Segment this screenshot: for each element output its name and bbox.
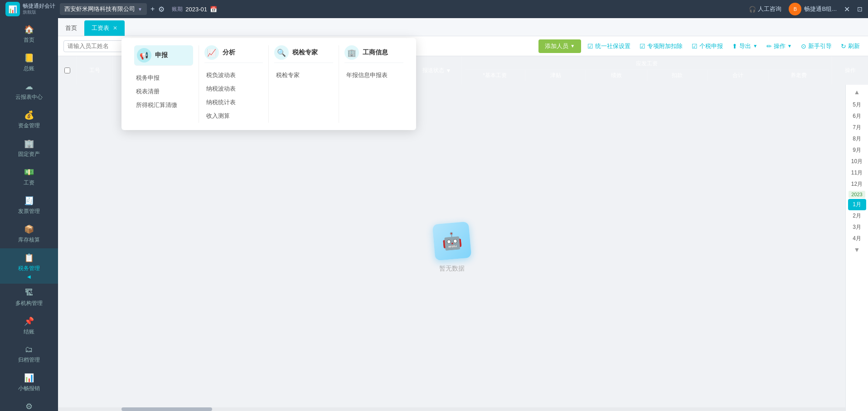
sidebar-item-xiaochang[interactable]: 📊 小畅报销 bbox=[0, 368, 58, 397]
sidebar-label-archive: 归档管理 bbox=[18, 356, 40, 364]
menu-item-tax-statistics[interactable]: 纳税统计表 bbox=[204, 96, 263, 109]
checkbox-all[interactable] bbox=[58, 56, 76, 85]
tab-close-button[interactable]: ✕ bbox=[113, 25, 117, 31]
calendar-month-11[interactable]: 11月 bbox=[848, 167, 866, 179]
company-settings-button[interactable]: ⚙ bbox=[158, 5, 165, 14]
salary-icon: 💵 bbox=[24, 167, 34, 177]
export-dropdown-arrow: ▼ bbox=[753, 44, 757, 48]
close-window-button[interactable]: ✕ bbox=[844, 5, 850, 14]
th-performance: 绩效 bbox=[586, 70, 647, 81]
special-deduct-button[interactable]: ☑ 专项附加扣除 bbox=[637, 40, 685, 52]
calendar-panel: ▲ 5月 6月 7月 8月 9月 10月 11月 12月 2023 1月 2月 … bbox=[845, 85, 868, 411]
sidebar-item-settings[interactable]: ⚙ 基础设置 bbox=[0, 397, 58, 411]
add-company-button[interactable]: + bbox=[150, 5, 155, 13]
company-selector[interactable]: 西安虾米网络科技有限公司 ▼ bbox=[60, 3, 147, 15]
menu-item-tax-expert[interactable]: 税检专家 bbox=[274, 68, 333, 82]
add-dropdown-arrow: ▼ bbox=[570, 44, 575, 48]
account-info[interactable]: B 畅捷通B组... bbox=[789, 3, 837, 15]
sidebar-item-archive[interactable]: 🗂 归档管理 bbox=[0, 340, 58, 368]
inventory-icon: 📦 bbox=[24, 224, 34, 234]
sidebar-item-home[interactable]: 🏠 首页 bbox=[0, 20, 58, 48]
service-button[interactable]: 🎧 人工咨询 bbox=[749, 5, 781, 13]
sidebar-item-ledger[interactable]: 📒 总账 bbox=[0, 48, 58, 77]
operation-dropdown-arrow: ▼ bbox=[787, 44, 792, 48]
sidebar-item-invoice[interactable]: 🧾 发票管理 bbox=[0, 191, 58, 220]
analysis-icon: 📈 bbox=[204, 45, 219, 60]
calendar-month-10[interactable]: 10月 bbox=[848, 156, 866, 167]
sidebar-item-fund[interactable]: 💰 资金管理 bbox=[0, 106, 58, 134]
calendar-up-button[interactable]: ▲ bbox=[852, 87, 862, 97]
calendar-month-9[interactable]: 9月 bbox=[848, 145, 866, 156]
select-all-checkbox[interactable] bbox=[64, 68, 70, 73]
sidebar-item-multi[interactable]: 🏗 多机构管理 bbox=[0, 284, 58, 312]
calendar-month-4[interactable]: 4月 bbox=[848, 233, 866, 244]
calendar-down-button[interactable]: ▼ bbox=[852, 244, 862, 255]
menu-item-income-settlement[interactable]: 所得税汇算清缴 bbox=[134, 98, 193, 112]
calendar-month-1[interactable]: 1月 bbox=[848, 199, 866, 210]
tax-return-icon: ☑ bbox=[692, 43, 698, 50]
sidebar-item-closing[interactable]: 📌 结账 bbox=[0, 312, 58, 340]
special-deduct-icon: ☑ bbox=[640, 43, 645, 50]
menu-item-income-estimate[interactable]: 收入测算 bbox=[204, 109, 263, 123]
tab-bar: 首页 工资表 ✕ bbox=[58, 18, 868, 36]
guide-button[interactable]: ⊙ 新手引导 bbox=[798, 40, 834, 52]
period-info: 账期 2023-01 📅 bbox=[172, 5, 217, 13]
export-label: 导出 bbox=[739, 42, 751, 50]
menu-item-tax-declaration[interactable]: 税务申报 bbox=[134, 71, 193, 85]
sidebar-label-tax: 税务管理 bbox=[18, 265, 40, 272]
calendar-month-3[interactable]: 3月 bbox=[848, 222, 866, 233]
sidebar: 🏠 首页 📒 总账 ☁ 云报表中心 💰 资金管理 🏢 固定资产 💵 工资 🧾 发… bbox=[0, 18, 58, 411]
social-security-label: 统一社保设置 bbox=[595, 42, 630, 50]
tab-home[interactable]: 首页 bbox=[58, 20, 84, 36]
main-layout: 🏠 首页 📒 总账 ☁ 云报表中心 💰 资金管理 🏢 固定资产 💵 工资 🧾 发… bbox=[0, 18, 868, 411]
closing-icon: 📌 bbox=[24, 316, 34, 326]
social-security-button[interactable]: ☑ 统一社保设置 bbox=[585, 40, 633, 52]
sidebar-item-assets[interactable]: 🏢 固定资产 bbox=[0, 134, 58, 163]
menu-item-tax-burden[interactable]: 税负波动表 bbox=[204, 68, 263, 82]
add-employee-button[interactable]: 添加人员 ▼ bbox=[538, 39, 581, 53]
declaration-title: 申报 bbox=[155, 51, 168, 59]
sidebar-item-cloud[interactable]: ☁ 云报表中心 bbox=[0, 77, 58, 106]
calendar-month-6[interactable]: 6月 bbox=[848, 111, 866, 122]
export-button[interactable]: ⬆ 导出 ▼ bbox=[729, 40, 760, 52]
dm-section-declaration: 📢 申报 税务申报 税表清册 所得税汇算清缴 bbox=[129, 45, 199, 123]
menu-item-annual-report[interactable]: 年报信息申报表 bbox=[344, 68, 404, 82]
calendar-month-8[interactable]: 8月 bbox=[848, 133, 866, 145]
menu-item-tax-table[interactable]: 税表清册 bbox=[134, 85, 193, 98]
restore-window-button[interactable]: ⊡ bbox=[857, 5, 863, 13]
search-input[interactable] bbox=[68, 43, 126, 49]
ledger-icon: 📒 bbox=[24, 53, 34, 63]
calendar-month-12[interactable]: 12月 bbox=[848, 179, 866, 190]
calendar-month-2[interactable]: 2月 bbox=[848, 210, 866, 222]
operation-button[interactable]: ✏ 操作 ▼ bbox=[764, 40, 795, 52]
sidebar-item-tax[interactable]: 📋 税务管理 ◀ bbox=[0, 248, 58, 284]
th-report-status: 报送状态 ▼ bbox=[412, 56, 461, 85]
calendar-month-7[interactable]: 7月 bbox=[848, 122, 866, 133]
tab-salary-table[interactable]: 工资表 ✕ bbox=[84, 20, 125, 36]
th-base-salary: *基本工资 bbox=[465, 70, 525, 81]
refresh-button[interactable]: ↻ 刷新 bbox=[838, 40, 863, 52]
special-deduct-label: 专项附加扣除 bbox=[647, 42, 683, 50]
dm-section-analysis: 📈 分析 税负波动表 纳税波动表 纳税统计表 收入测算 bbox=[199, 45, 269, 123]
sidebar-label-cloud: 云报表中心 bbox=[15, 93, 43, 101]
sidebar-item-inventory[interactable]: 📦 库存核算 bbox=[0, 220, 58, 248]
top-bar-actions: 🎧 人工咨询 B 畅捷通B组... ✕ ⊡ bbox=[749, 3, 863, 15]
horizontal-scrollbar[interactable] bbox=[58, 407, 845, 411]
calendar-icon[interactable]: 📅 bbox=[210, 6, 217, 13]
tax-return-button[interactable]: ☑ 个税申报 bbox=[689, 40, 726, 52]
home-icon: 🏠 bbox=[24, 24, 34, 34]
sidebar-label-multi: 多机构管理 bbox=[15, 300, 43, 307]
empty-message: 暂无数据 bbox=[439, 265, 465, 273]
dm-section-tax-expert: 🔍 税检专家 税检专家 bbox=[269, 45, 339, 123]
report-filter-icon[interactable]: ▼ bbox=[446, 68, 451, 74]
scroll-thumb[interactable] bbox=[121, 407, 212, 411]
sidebar-item-salary[interactable]: 💵 工资 bbox=[0, 163, 58, 191]
th-total: 合计 bbox=[708, 70, 769, 81]
empty-state: 🤖 暂无数据 bbox=[58, 85, 845, 411]
th-emp-id: 工号 bbox=[76, 56, 112, 85]
analysis-title: 分析 bbox=[223, 48, 235, 57]
sidebar-label-invoice: 发票管理 bbox=[18, 208, 40, 215]
menu-item-tax-payment[interactable]: 纳税波动表 bbox=[204, 82, 263, 96]
calendar-month-5[interactable]: 5月 bbox=[848, 99, 866, 111]
declaration-icon: 📢 bbox=[137, 48, 151, 63]
